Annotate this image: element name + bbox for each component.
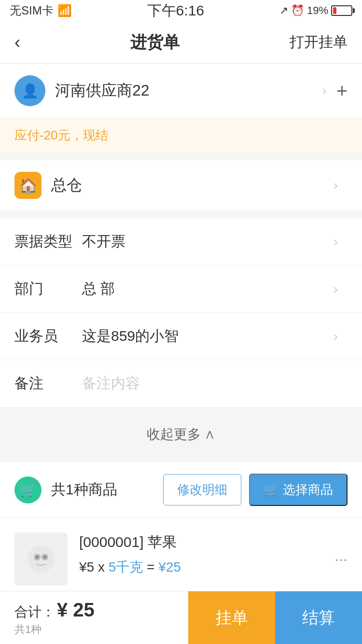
department-label: 部门 (14, 279, 82, 299)
total-sub: 共1种 (14, 622, 174, 637)
total-amount: ¥ 25 (57, 599, 95, 621)
status-bar-left: 无SIM卡 📶 (10, 3, 72, 18)
unit-price: ¥5 (79, 560, 94, 574)
nav-bar: ‹ 进货单 打开挂单 (0, 21, 362, 64)
carrier-text: 无SIM卡 (10, 3, 54, 18)
price-separator: x (98, 560, 109, 574)
back-button[interactable]: ‹ (14, 32, 20, 53)
equals-sign: = (147, 560, 158, 574)
open-pending-button[interactable]: 打开挂单 (290, 32, 348, 52)
sales-chevron-icon: › (334, 329, 338, 344)
warehouse-row[interactable]: 🏠 总仓 › (0, 160, 362, 210)
location-icon: ↗ (279, 4, 288, 17)
product-cart-icon: 🛒 (14, 476, 42, 504)
invoice-value: 不开票 (82, 232, 334, 252)
supplier-name: 河南供应商22 (55, 80, 322, 101)
select-product-button[interactable]: 🛒 选择商品 (249, 474, 348, 506)
product-price: ¥5 x 5千克 = ¥25 (79, 558, 334, 576)
select-label: 选择商品 (283, 481, 333, 498)
department-chevron-icon: › (334, 281, 338, 297)
supplier-chevron-icon: › (322, 83, 326, 98)
invoice-chevron-icon: › (334, 234, 338, 250)
product-item: [0000001] 苹果 ¥5 x 5千克 = ¥25 ··· (0, 518, 362, 601)
alarm-icon: ⏰ (291, 4, 304, 17)
select-icon: 🛒 (264, 482, 279, 497)
supplier-notice: 应付-20元，现结 (0, 118, 362, 153)
sales-row[interactable]: 业务员 这是859的小智 › (0, 313, 362, 360)
supplier-section: 👤 河南供应商22 › + 应付-20元，现结 (0, 64, 362, 153)
product-header: 🛒 共1种商品 修改明细 🛒 选择商品 (0, 462, 362, 518)
department-row[interactable]: 部门 总 部 › (0, 266, 362, 313)
product-title: 苹果 (148, 534, 177, 550)
product-name: [0000001] 苹果 (79, 532, 334, 552)
quantity: 5千克 (109, 560, 143, 574)
remark-row[interactable]: 备注 备注内容 (0, 360, 362, 407)
product-thumb-inner (22, 540, 60, 578)
warehouse-icon: 🏠 (14, 172, 42, 199)
collapse-button[interactable]: 收起更多 ∧ (0, 415, 362, 454)
sales-value: 这是859的小智 (82, 326, 334, 346)
product-id: [0000001] (79, 534, 143, 550)
remark-input[interactable]: 备注内容 (82, 374, 348, 393)
checkout-button[interactable]: 结算 (275, 591, 362, 644)
supplier-avatar: 👤 (14, 75, 45, 106)
avatar-icon: 👤 (22, 83, 39, 99)
bottom-bar: 合计： ¥ 25 共1种 挂单 结算 (0, 591, 362, 644)
remark-label: 备注 (14, 374, 82, 393)
form-section: 票据类型 不开票 › 部门 总 部 › 业务员 这是859的小智 › 备注 备注… (0, 218, 362, 407)
product-info: [0000001] 苹果 ¥5 x 5千克 = ¥25 (79, 532, 334, 576)
svg-point-0 (28, 546, 55, 573)
product-more-button[interactable]: ··· (334, 550, 348, 568)
wifi-icon: 📶 (57, 4, 72, 17)
svg-point-4 (43, 556, 46, 559)
product-count: 共1种商品 (51, 480, 163, 500)
warehouse-section: 🏠 总仓 › (0, 160, 362, 210)
department-value: 总 部 (82, 279, 334, 299)
battery-icon (331, 5, 352, 16)
page-title: 进货单 (130, 31, 180, 54)
svg-point-3 (36, 556, 39, 559)
products-section: 🛒 共1种商品 修改明细 🛒 选择商品 (0, 462, 362, 601)
time-display: 下午6:16 (147, 1, 204, 21)
invoice-row[interactable]: 票据类型 不开票 › (0, 218, 362, 266)
edit-detail-button[interactable]: 修改明细 (163, 474, 241, 505)
status-bar: 无SIM卡 📶 下午6:16 ↗ ⏰ 19% (0, 0, 362, 21)
total-section: 合计： ¥ 25 共1种 (0, 591, 188, 644)
hang-button[interactable]: 挂单 (188, 591, 275, 644)
sales-label: 业务员 (14, 326, 82, 346)
product-thumbnail (14, 532, 68, 586)
warehouse-name: 总仓 (51, 175, 334, 196)
status-bar-right: ↗ ⏰ 19% (279, 4, 352, 17)
invoice-label: 票据类型 (14, 232, 82, 252)
battery-fill (333, 7, 336, 14)
total-label: 合计： (14, 603, 55, 621)
supplier-row[interactable]: 👤 河南供应商22 › + (0, 64, 362, 118)
battery-percent: 19% (307, 4, 328, 17)
add-supplier-button[interactable]: + (336, 80, 348, 102)
warehouse-chevron-icon: › (334, 178, 338, 193)
total-price: ¥25 (158, 560, 181, 574)
